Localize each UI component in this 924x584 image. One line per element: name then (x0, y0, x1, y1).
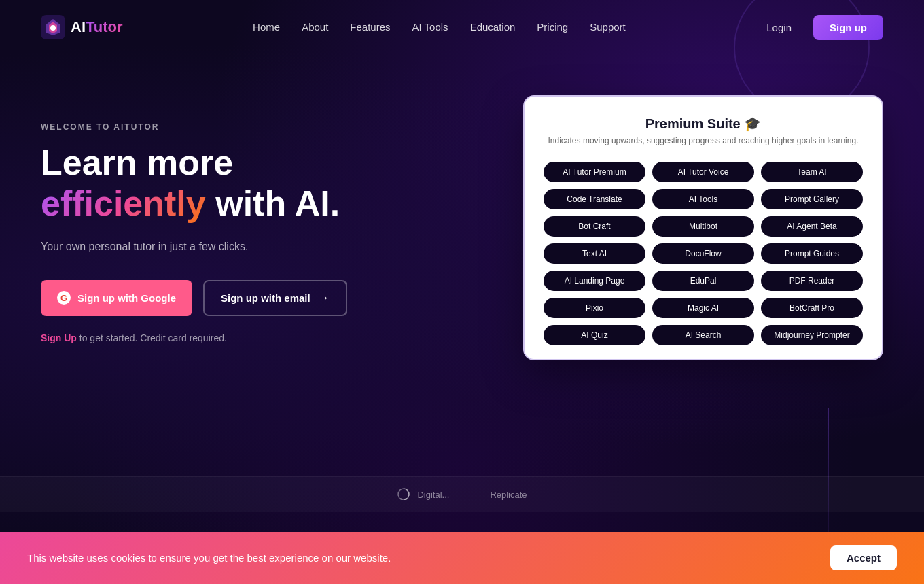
feature-multibot[interactable]: Multibot (652, 216, 754, 237)
feature-pixio[interactable]: Pixio (544, 298, 645, 318)
logo-text: AITutor (71, 18, 123, 36)
nav-item-ai-tools[interactable]: AI Tools (412, 21, 448, 33)
footer-strip: Digital... Replicate (0, 476, 924, 512)
footer-item-digital: Digital... (397, 487, 449, 501)
feature-ai-landing-page[interactable]: AI Landing Page (544, 271, 645, 291)
feature-edupal[interactable]: EduPal (652, 271, 754, 291)
cookie-banner: This website uses cookies to ensure you … (0, 532, 924, 584)
feature-ai-search[interactable]: AI Search (652, 325, 754, 345)
hero-buttons: G Sign up with Google Sign up with email… (41, 280, 380, 316)
feature-magic-ai[interactable]: Magic AI (652, 298, 754, 318)
hero-section: WELCOME TO AITUTOR Learn more efficientl… (0, 54, 924, 476)
digital-icon (397, 487, 410, 501)
feature-team-ai[interactable]: Team AI (761, 162, 863, 182)
arrow-right-icon: → (317, 291, 330, 305)
nav-item-support[interactable]: Support (590, 21, 626, 33)
nav-signup-button[interactable]: Sign up (813, 15, 883, 40)
premium-title: Premium Suite 🎓 (544, 116, 863, 132)
feature-pdf-reader[interactable]: PDF Reader (761, 271, 863, 291)
logo[interactable]: AITutor (41, 15, 123, 39)
signup-google-button[interactable]: G Sign up with Google (41, 280, 192, 316)
feature-botcraft-pro[interactable]: BotCraft Pro (761, 298, 863, 318)
nav-item-education[interactable]: Education (470, 21, 516, 33)
feature-ai-tutor-premium[interactable]: AI Tutor Premium (544, 162, 645, 182)
premium-subtitle: Indicates moving upwards, suggesting pro… (544, 136, 863, 145)
feature-prompt-gallery[interactable]: Prompt Gallery (761, 189, 863, 209)
footer-replicate-label: Replicate (490, 489, 527, 500)
nav-item-about[interactable]: About (302, 21, 328, 33)
feature-ai-agent-beta[interactable]: AI Agent Beta (761, 216, 863, 237)
features-grid: AI Tutor Premium AI Tutor Voice Team AI … (544, 162, 863, 345)
signup-email-label: Sign up with email (221, 292, 310, 304)
feature-ai-tutor-voice[interactable]: AI Tutor Voice (652, 162, 754, 182)
footer-digital-label: Digital... (417, 489, 449, 500)
signup-google-label: Sign up with Google (77, 292, 176, 304)
login-button[interactable]: Login (756, 16, 802, 39)
navbar: AITutor Home About Features AI Tools Edu… (0, 0, 924, 54)
hero-subtitle: Your own personal tutor in just a few cl… (41, 241, 380, 253)
cta-signup-link[interactable]: Sign Up (41, 332, 77, 343)
feature-prompt-guides[interactable]: Prompt Guides (761, 243, 863, 264)
feature-ai-quiz[interactable]: AI Quiz (544, 325, 645, 345)
feature-midjourney-prompter[interactable]: Midjourney Prompter (761, 325, 863, 345)
nav-item-home[interactable]: Home (253, 21, 280, 33)
cookie-accept-button[interactable]: Accept (830, 545, 897, 570)
feature-docuflow[interactable]: DocuFlow (652, 243, 754, 264)
hero-title: Learn more efficiently with AI. (41, 143, 380, 224)
hero-right: Premium Suite 🎓 Indicates moving upwards… (408, 95, 883, 360)
svg-point-1 (50, 25, 56, 31)
svg-text:G: G (60, 293, 67, 303)
welcome-label: WELCOME TO AITUTOR (41, 122, 380, 132)
footer-item-replicate: Replicate (490, 489, 527, 500)
cookie-message: This website uses cookies to ensure you … (27, 552, 817, 564)
cta-note: Sign Up to get started. Credit card requ… (41, 332, 380, 343)
premium-suite-card: Premium Suite 🎓 Indicates moving upwards… (523, 95, 883, 360)
nav-actions: Login Sign up (756, 15, 883, 40)
feature-ai-tools[interactable]: AI Tools (652, 189, 754, 209)
nav-item-pricing[interactable]: Pricing (537, 21, 568, 33)
feature-code-translate[interactable]: Code Translate (544, 189, 645, 209)
signup-email-button[interactable]: Sign up with email → (203, 280, 347, 316)
hero-left: WELCOME TO AITUTOR Learn more efficientl… (41, 95, 380, 343)
feature-bot-craft[interactable]: Bot Craft (544, 216, 645, 237)
nav-item-features[interactable]: Features (350, 21, 390, 33)
nav-links: Home About Features AI Tools Education P… (253, 21, 626, 33)
feature-text-ai[interactable]: Text AI (544, 243, 645, 264)
